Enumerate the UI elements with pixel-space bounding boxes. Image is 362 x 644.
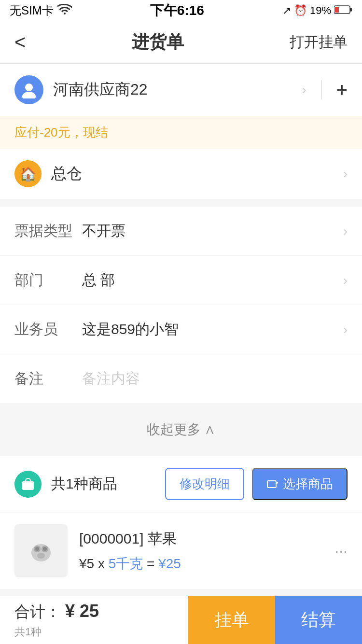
invoice-type-row[interactable]: 票据类型 不开票 › [0,207,362,256]
warehouse-arrow-icon: › [343,166,348,182]
status-left: 无SIM卡 [10,3,72,18]
salesperson-value: 这是859的小智 [82,320,343,339]
invoice-type-label: 票据类型 [14,221,82,241]
alarm-icon: ⏰ [294,4,307,17]
product-name: [0000001] 苹果 [79,529,334,549]
person-icon [20,81,38,98]
add-supplier-button[interactable]: + [336,79,348,101]
product-more-button[interactable]: ··· [334,542,348,560]
salesperson-arrow-icon: › [343,322,348,337]
supplier-arrow-icon: › [302,82,306,98]
product-multiply: x [98,556,109,571]
checkout-button[interactable]: 结算 [275,596,362,644]
supplier-avatar [14,75,43,104]
svg-point-13 [43,547,47,551]
product-equals: = [147,556,158,571]
wifi-icon [57,4,72,17]
product-thumbnail [14,524,68,577]
remark-label: 备注 [14,369,82,389]
svg-point-12 [35,547,39,551]
warehouse-label: 总仓 [51,163,343,184]
invoice-arrow-icon: › [343,224,348,239]
svg-rect-6 [267,481,276,488]
svg-point-14 [37,553,45,559]
total-value: ¥ 25 [65,601,99,621]
supplier-row[interactable]: 河南供应商22 › + [0,64,362,116]
product-total: ¥25 [158,556,181,571]
product-item: [0000001] 苹果 ¥5 x 5千克 = ¥25 ··· [0,513,362,589]
supplier-section: 河南供应商22 › + 应付-20元，现结 [0,64,362,149]
remark-input[interactable]: 备注内容 [82,369,348,389]
hang-button[interactable]: 挂单 [188,596,275,644]
edit-detail-button[interactable]: 修改明细 [165,468,244,500]
battery-text: 19% [310,4,331,17]
product-info: [0000001] 苹果 ¥5 x 5千克 = ¥25 [79,529,334,573]
cart-icon [266,478,279,490]
product-count-icon [14,471,42,498]
product-unit-price: ¥5 [79,556,94,571]
status-right: ↗ ⏰ 19% [282,4,352,17]
salesperson-row[interactable]: 业务员 这是859的小智 › [0,305,362,354]
form-section: 票据类型 不开票 › 部门 总 部 › 业务员 这是859的小智 › 备注 备注… [0,207,362,403]
warehouse-icon: 🏠 [14,160,42,187]
battery-icon [334,4,352,17]
location-icon: ↗ [282,4,291,17]
total-amount: 合计： ¥ 25 [14,601,174,623]
product-price: ¥5 x 5千克 = ¥25 [79,555,334,573]
product-quantity: 5千克 [109,556,143,571]
product-count-text: 共1种商品 [51,474,165,494]
invoice-type-value: 不开票 [82,221,343,241]
status-time: 下午6:16 [150,1,204,20]
collapse-toggle[interactable]: 收起更多 ∧ [0,411,362,448]
department-label: 部门 [14,270,82,290]
supplier-name: 河南供应商22 [53,79,302,100]
open-hang-button[interactable]: 打开挂单 [290,32,348,52]
svg-rect-1 [350,8,352,12]
svg-point-4 [22,92,36,98]
total-section: 合计： ¥ 25 共1种 [0,596,188,644]
product-title-name: 苹果 [148,531,177,546]
carrier-text: 无SIM卡 [10,3,54,18]
salesperson-label: 业务员 [14,320,82,339]
department-row[interactable]: 部门 总 部 › [0,256,362,305]
select-product-button[interactable]: 选择商品 [252,468,348,500]
supplier-divider [321,80,322,99]
department-arrow-icon: › [343,273,348,288]
bottom-bar: 合计： ¥ 25 共1种 挂单 结算 [0,596,362,644]
payment-hint: 应付-20元，现结 [0,116,362,149]
svg-rect-2 [335,7,339,13]
product-header: 共1种商品 修改明细 选择商品 [0,456,362,512]
svg-rect-5 [22,481,34,490]
page-title: 进货单 [132,30,184,54]
back-button[interactable]: < [14,31,26,53]
warehouse-row[interactable]: 🏠 总仓 › [0,149,362,199]
owl-icon [27,536,56,565]
total-label: 合计： [14,603,61,620]
status-bar: 无SIM卡 下午6:16 ↗ ⏰ 19% [0,0,362,21]
bag-icon [20,476,36,492]
select-product-label: 选择商品 [283,476,333,492]
department-value: 总 部 [82,270,343,290]
total-count: 共1种 [14,625,174,639]
svg-point-3 [25,84,33,91]
remark-row[interactable]: 备注 备注内容 [0,354,362,403]
nav-bar: < 进货单 打开挂单 [0,21,362,64]
product-id: [0000001] [79,531,143,546]
